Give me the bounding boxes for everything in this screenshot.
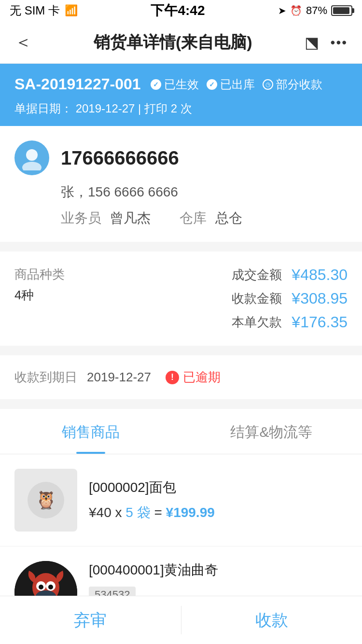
overdue-badge: ! 已逾期: [166, 369, 221, 386]
more-button[interactable]: •••: [331, 35, 348, 50]
svg-point-8: [39, 585, 43, 589]
product-name-1: [0000002]面包: [89, 478, 348, 497]
tab-settlement[interactable]: 结算&物流等: [181, 409, 362, 454]
wifi-icon: 📶: [65, 4, 78, 17]
stat-received-amount: 收款金额 ¥308.95: [232, 290, 348, 308]
stats-section: 商品种类 4种 成交金额 ¥485.30 收款金额 ¥308.95 本单欠款 ¥…: [0, 252, 362, 346]
badge-partial: ◷ 部分收款: [263, 77, 322, 92]
nav-actions: ⬔ •••: [305, 33, 348, 52]
tabs-section: 销售商品 结算&物流等: [0, 409, 362, 454]
product-types-value: 4种: [14, 287, 65, 304]
stats-row: 商品种类 4种 成交金额 ¥485.30 收款金额 ¥308.95 本单欠款 ¥…: [14, 266, 348, 331]
avatar-icon: [19, 145, 44, 170]
status-left: 无 SIM 卡 📶: [10, 3, 78, 18]
product-placeholder-icon-1: 🦉: [27, 481, 65, 519]
order-badges: ✓ 已生效 ✓ 已出库 ◷ 部分收款: [151, 77, 322, 92]
date-separator: |: [138, 102, 144, 115]
badge-shipped: ✓ 已出库: [207, 77, 255, 92]
warehouse-value: 总仓: [215, 210, 242, 225]
product-price-1: ¥40: [89, 505, 111, 520]
product-name-2: [000400001]黄油曲奇: [89, 561, 348, 579]
badge-effective: ✓ 已生效: [151, 77, 199, 92]
carrier-label: 无 SIM 卡: [10, 3, 60, 18]
product-qty-1: 5: [125, 505, 133, 520]
check-icon-2: ✓: [207, 79, 217, 90]
svg-point-1: [22, 162, 42, 170]
due-label: 收款到期日: [14, 369, 77, 386]
date-label: 单据日期：: [14, 102, 72, 115]
overdue-label: 已逾期: [183, 369, 221, 386]
nav-bar: ＜ 销货单详情(来自电脑) ⬔ •••: [0, 21, 362, 64]
battery-percent: 87%: [306, 4, 327, 17]
back-button[interactable]: ＜: [14, 30, 32, 54]
clock-icon: ◷: [263, 79, 273, 90]
print-count: 2: [171, 102, 177, 115]
due-section: 收款到期日 2019-12-27 ! 已逾期: [0, 355, 362, 399]
sales-rep-label: 业务员: [61, 210, 101, 225]
share-button[interactable]: ⬔: [305, 33, 319, 52]
page-title: 销货单详情(来自电脑): [42, 31, 305, 54]
stat-deal-amount: 成交金额 ¥485.30: [232, 266, 348, 284]
status-bar: 无 SIM 卡 📶 下午4:42 ➤ ⏰ 87%: [0, 0, 362, 21]
stat-owed-amount: 本单欠款 ¥176.35: [232, 313, 348, 331]
tab-sales-products[interactable]: 销售商品: [0, 409, 181, 454]
status-right: ➤ ⏰ 87%: [278, 4, 352, 17]
check-icon: ✓: [151, 79, 161, 90]
status-time: 下午4:42: [151, 1, 205, 20]
reject-button[interactable]: 弃审: [0, 596, 181, 644]
order-id: SA-20191227-001: [14, 75, 141, 93]
battery-indicator: [331, 5, 352, 16]
svg-point-9: [48, 585, 53, 589]
warehouse-label: 仓库: [180, 210, 207, 225]
date-value: 2019-12-27: [76, 102, 135, 115]
product-total-1: ¥199.99: [166, 505, 215, 520]
customer-section: 17666666666 张，156 6666 6666 业务员 曾凡杰 仓库 总…: [0, 126, 362, 242]
product-item-1: 🦉 [0000002]面包 ¥40 x 5 袋 = ¥199.99: [0, 454, 362, 546]
order-date-row: 单据日期： 2019-12-27 | 打印 2 次: [14, 101, 348, 116]
order-header: SA-20191227-001 ✓ 已生效 ✓ 已出库 ◷ 部分收款 单据日期：…: [0, 64, 362, 126]
customer-row: 17666666666: [14, 140, 348, 175]
collect-button[interactable]: 收款: [181, 596, 362, 644]
avatar: [14, 140, 49, 175]
bottom-bar: 弃审 收款: [0, 596, 362, 644]
customer-meta: 业务员 曾凡杰 仓库 总仓: [61, 209, 348, 227]
print-label: 打印: [144, 102, 167, 115]
due-date: 2019-12-27: [87, 370, 151, 385]
sales-rep-value: 曾凡杰: [110, 210, 151, 225]
svg-point-0: [26, 149, 38, 161]
svg-text:🦉: 🦉: [35, 490, 57, 510]
location-icon: ➤: [278, 5, 286, 16]
tabs-row: 销售商品 结算&物流等: [0, 409, 362, 454]
product-price-row-1: ¥40 x 5 袋 = ¥199.99: [89, 504, 348, 522]
product-unit-1: 袋: [137, 505, 151, 520]
stats-right: 成交金额 ¥485.30 收款金额 ¥308.95 本单欠款 ¥176.35: [232, 266, 348, 331]
product-thumb-1: 🦉: [14, 469, 77, 532]
stats-left: 商品种类 4种: [14, 266, 65, 304]
product-info-1: [0000002]面包 ¥40 x 5 袋 = ¥199.99: [89, 469, 348, 532]
product-types-label: 商品种类: [14, 266, 65, 283]
product-placeholder-1: 🦉: [14, 469, 77, 532]
customer-contact: 张，156 6666 6666: [61, 183, 348, 201]
print-unit: 次: [181, 102, 192, 115]
customer-id: 17666666666: [61, 147, 179, 169]
alarm-icon: ⏰: [290, 5, 302, 16]
overdue-icon: !: [166, 371, 179, 384]
